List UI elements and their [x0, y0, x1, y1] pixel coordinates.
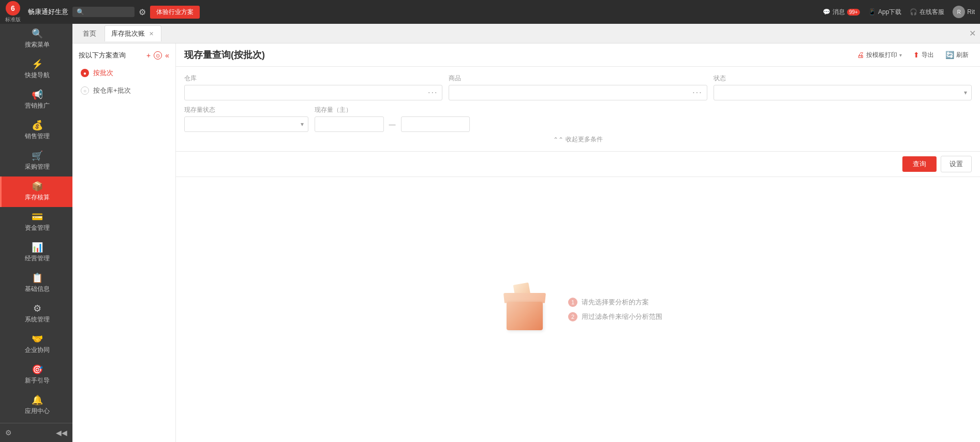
sidebar-bottom: ⚙ ◀◀: [0, 423, 72, 442]
tip-2-num: 2: [568, 312, 577, 321]
sidebar-settings-btn[interactable]: ⚙: [5, 429, 12, 437]
tab-bar: 首页 库存批次账 ✕ ✕: [72, 24, 980, 43]
warehouse-label: 仓库: [184, 74, 442, 83]
user-name: Rit: [967, 8, 975, 16]
filter-item-dot-active: ●: [81, 69, 89, 77]
sidebar-item-enterprise[interactable]: 🤝 企业协同: [0, 329, 72, 360]
operations-icon: 📊: [32, 243, 43, 252]
refresh-icon: 🔄: [945, 51, 954, 59]
sidebar-item-marketing[interactable]: 📢 营销推广: [0, 85, 72, 115]
filter-item-label: 按批次: [93, 68, 113, 78]
sidebar-item-label: 搜索菜单: [25, 40, 50, 49]
sidebar-item-basic[interactable]: 📋 基础信息: [0, 268, 72, 299]
inventory-qty-field: 现存量（主） —: [315, 106, 470, 132]
top-bar-left: 6 标准版 畅康通好生意 🔍 ⚙ 体验行业方案: [5, 1, 819, 23]
sidebar-item-label: 应用中心: [25, 407, 50, 416]
sidebar-item-finance[interactable]: 💳 资金管理: [0, 207, 72, 238]
phone-icon: 📱: [868, 8, 876, 16]
inventory-status-field: 现存量状态 ▾: [184, 106, 308, 132]
filter-add-btn[interactable]: +: [146, 51, 151, 60]
inventory-qty-max-input[interactable]: [401, 116, 470, 132]
refresh-label: 刷新: [956, 51, 969, 60]
page-content: 按以下方案查询 + ⊙ « ● 按批次 ○ 按仓库+批次: [72, 43, 980, 442]
sidebar-item-label: 营销推广: [25, 101, 50, 110]
filter-settings-btn[interactable]: ⊙: [154, 51, 162, 60]
print-icon: 🖨: [857, 51, 864, 59]
quick-nav-icon: ⚡: [32, 60, 43, 69]
sidebar-item-label: 销售管理: [25, 132, 50, 141]
filter-item-label: 按仓库+批次: [93, 86, 131, 95]
print-template-btn[interactable]: 🖨 按模板打印 ▾: [854, 49, 905, 61]
basic-icon: 📋: [32, 273, 43, 283]
empty-state: 1 请先选择要分析的方案 2 用过滤条件来缩小分析范围: [176, 177, 980, 442]
filter-item-by-batch[interactable]: ● 按批次: [72, 64, 175, 82]
product-input[interactable]: ···: [449, 85, 707, 100]
warehouse-dots: ···: [428, 88, 438, 97]
marketing-icon: 📢: [32, 90, 43, 99]
product-label: 商品: [449, 74, 707, 83]
settings-icon[interactable]: ⚙: [139, 7, 146, 17]
collapse-label: 收起更多条件: [566, 135, 603, 144]
filter-collapse-btn[interactable]: «: [165, 51, 169, 60]
sidebar-item-search[interactable]: 🔍 搜索菜单: [0, 24, 72, 54]
tab-bar-close-btn[interactable]: ✕: [969, 28, 976, 38]
messages-btn[interactable]: 💬 消息 99+: [823, 8, 860, 17]
version-tag: 标准版: [5, 16, 21, 23]
message-icon: 💬: [823, 8, 830, 16]
sidebar-item-label: 新手引导: [25, 376, 50, 385]
product-dots: ···: [692, 88, 702, 97]
status-label: 状态: [714, 74, 972, 83]
content-area: 首页 库存批次账 ✕ ✕ 按以下方案查询 + ⊙ «: [72, 24, 980, 442]
empty-tip-2: 2 用过滤条件来缩小分析范围: [568, 312, 662, 321]
product-field: 商品 ···: [449, 74, 707, 100]
filter-panel-title: 按以下方案查询: [79, 51, 126, 60]
sidebar-item-app-center[interactable]: 🔔 应用中心: [0, 390, 72, 421]
sidebar-item-system[interactable]: ⚙ 系统管理: [0, 299, 72, 329]
query-btn[interactable]: 查询: [902, 156, 937, 172]
tab-batch-account[interactable]: 库存批次账 ✕: [105, 25, 161, 41]
app-center-icon: 🔔: [32, 395, 43, 405]
collapse-conditions-btn[interactable]: ⌃⌃ 收起更多条件: [184, 132, 972, 147]
inventory-status-input[interactable]: ▾: [184, 116, 308, 132]
purchase-icon: 🛒: [32, 151, 43, 160]
sidebar-item-operations[interactable]: 📊 经营管理: [0, 238, 72, 268]
page-header: 现存量查询(按批次) 🖨 按模板打印 ▾ ⬆ 导出 🔄: [176, 43, 980, 67]
inventory-icon: 📦: [32, 182, 43, 191]
inventory-status-dropdown-icon: ▾: [301, 121, 304, 128]
sidebar-item-label: 资金管理: [25, 224, 50, 232]
action-row: 查询 设置: [176, 152, 980, 177]
tab-close-btn[interactable]: ✕: [148, 31, 155, 37]
warehouse-field: 仓库 ···: [184, 74, 442, 100]
sidebar-item-sales[interactable]: 💰 销售管理: [0, 115, 72, 146]
status-field: 状态 ▾: [714, 74, 972, 100]
search-icon: 🔍: [32, 29, 43, 38]
main-layout: 🔍 搜索菜单 ⚡ 快捷导航 📢 营销推广 💰 销售管理 🛒 采购管理 📦: [0, 24, 980, 442]
guide-icon: 🎯: [32, 365, 43, 374]
inventory-qty-min-input[interactable]: [315, 116, 384, 132]
warehouse-input[interactable]: ···: [184, 85, 442, 100]
sidebar-item-purchase[interactable]: 🛒 采购管理: [0, 146, 72, 176]
inventory-qty-label: 现存量（主）: [315, 106, 470, 114]
sidebar-item-guide[interactable]: 🎯 新手引导: [0, 360, 72, 390]
status-input[interactable]: ▾: [714, 85, 972, 100]
top-search-bar[interactable]: 🔍: [72, 7, 135, 17]
filter-item-by-warehouse-batch[interactable]: ○ 按仓库+批次: [72, 82, 175, 99]
refresh-btn[interactable]: 🔄 刷新: [942, 49, 972, 61]
tab-home[interactable]: 首页: [77, 26, 102, 41]
box-body: [507, 302, 543, 330]
export-btn[interactable]: ⬆ 导出: [910, 49, 937, 61]
sidebar-item-inventory[interactable]: 📦 库存核算: [0, 176, 72, 207]
sidebar-item-quick-nav[interactable]: ⚡ 快捷导航: [0, 54, 72, 85]
messages-badge: 99+: [847, 9, 860, 16]
online-service-btn[interactable]: 🎧 在线客服: [910, 8, 944, 17]
filter-item-dot-inactive: ○: [81, 86, 89, 95]
empty-tip-1: 1 请先选择要分析的方案: [568, 298, 662, 307]
finance-icon: 💳: [32, 212, 43, 222]
sidebar-collapse-btn[interactable]: ◀◀: [56, 429, 67, 437]
settings-btn[interactable]: 设置: [941, 156, 972, 172]
trial-btn[interactable]: 体验行业方案: [150, 6, 200, 19]
app-download-btn[interactable]: 📱 App下载: [868, 8, 901, 17]
online-service-label: 在线客服: [919, 8, 944, 17]
user-area[interactable]: R Rit: [953, 6, 975, 18]
filter-panel-header: 按以下方案查询 + ⊙ «: [72, 49, 175, 64]
